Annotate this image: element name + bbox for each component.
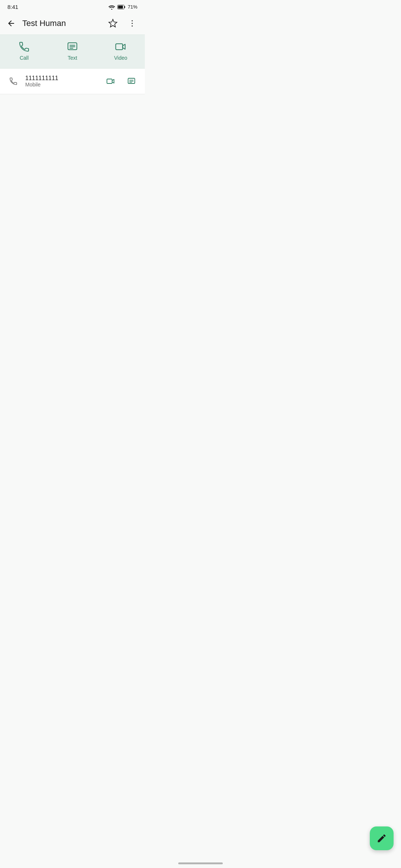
phone-row-icon (9, 77, 18, 86)
main-content (0, 94, 145, 317)
svg-rect-11 (107, 79, 112, 83)
status-icons: 71% (108, 4, 137, 10)
battery-percentage: 71% (128, 4, 137, 10)
row-video-button[interactable] (103, 74, 118, 89)
text-icon (66, 41, 78, 53)
phone-number: 1111111111 (25, 75, 103, 82)
video-icon (115, 41, 127, 53)
row-video-icon (106, 77, 115, 86)
status-time: 8:41 (7, 4, 18, 10)
text-label: Text (68, 55, 77, 61)
svg-point-4 (132, 23, 133, 24)
phone-type: Mobile (25, 82, 103, 88)
star-button[interactable] (105, 15, 121, 32)
svg-point-3 (132, 20, 133, 22)
call-action[interactable]: Call (0, 41, 48, 61)
svg-rect-1 (118, 6, 123, 9)
status-bar: 8:41 71% (0, 0, 145, 12)
battery-icon (117, 5, 125, 9)
phone-icon-wrap (6, 74, 21, 89)
action-bar: Call Text Video (0, 34, 145, 69)
svg-rect-10 (116, 44, 123, 50)
call-icon (18, 41, 30, 53)
wifi-icon (108, 4, 115, 10)
svg-point-5 (132, 26, 133, 27)
app-bar: Test Human (0, 12, 145, 34)
contact-name: Test Human (22, 19, 102, 28)
svg-rect-6 (68, 43, 77, 50)
text-action[interactable]: Text (48, 41, 97, 61)
contact-info: 1111111111 Mobile (25, 75, 103, 88)
row-message-icon (127, 77, 136, 86)
more-options-button[interactable] (124, 15, 140, 32)
back-button[interactable] (3, 15, 19, 32)
row-message-button[interactable] (124, 74, 139, 89)
contact-row-actions (103, 74, 139, 89)
svg-rect-12 (128, 78, 135, 83)
video-action[interactable]: Video (97, 41, 145, 61)
call-label: Call (20, 55, 29, 61)
svg-rect-2 (124, 6, 125, 8)
contact-row: 1111111111 Mobile (0, 69, 145, 94)
video-label: Video (114, 55, 127, 61)
